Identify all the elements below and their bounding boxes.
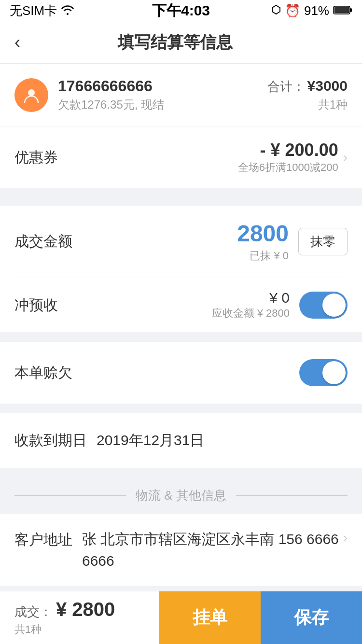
- amount-right: 2800 已抹 ¥ 0 抹零: [237, 220, 348, 263]
- sim-status: 无SIM卡: [10, 2, 57, 19]
- prepay-toggle[interactable]: [299, 292, 348, 319]
- coupon-right-inner: - ¥ 200.00 全场6折满1000减200: [238, 140, 338, 175]
- prepay-right: ¥ 0 应收金额 ¥ 2800: [212, 290, 348, 321]
- section-gap-1: [0, 196, 362, 206]
- wifi-icon: [61, 3, 74, 18]
- svg-rect-1: [350, 8, 352, 12]
- content-area: 17666666666 欠款1276.35元, 现结 合计： ¥3000 共1种…: [0, 64, 362, 644]
- bottom-bar: 成交： ¥ 2800 共1种 挂单 保存: [0, 591, 362, 644]
- amount-right-group: 2800 已抹 ¥ 0: [237, 220, 289, 263]
- customer-left: 17666666666 欠款1276.35元, 现结: [14, 77, 164, 112]
- section-gap-2: [0, 332, 362, 342]
- section-gap-4: [0, 468, 362, 477]
- total-label: 合计：: [267, 79, 305, 94]
- amount-row: 成交金额 2800 已抹 ¥ 0 抹零: [14, 206, 348, 278]
- prepay-val-group: ¥ 0 应收金额 ¥ 2800: [212, 290, 290, 321]
- debt-label: 本单赊欠: [14, 363, 72, 383]
- back-button[interactable]: ‹: [14, 32, 20, 53]
- status-left: 无SIM卡: [10, 2, 74, 19]
- total-count: 共1种: [267, 97, 348, 112]
- deal-label: 成交：: [14, 603, 52, 620]
- duedate-section: 收款到期日 2019年12月31日: [0, 413, 362, 468]
- address-section: 客户地址 张 北京市市辖区海淀区永丰南 156 6666 6666 ›: [0, 514, 362, 586]
- prepay-label: 冲预收: [14, 295, 58, 315]
- deal-value: ¥ 2800: [56, 599, 115, 620]
- deal-line: 成交： ¥ 2800: [14, 599, 145, 620]
- amount-value: 2800: [237, 220, 289, 247]
- address-label: 客户地址: [14, 528, 72, 550]
- battery-icon: [333, 3, 352, 18]
- amount-sub: 已抹 ¥ 0: [237, 249, 289, 263]
- page-title: 填写结算等信息: [30, 31, 320, 54]
- save-button[interactable]: 保存: [261, 591, 362, 644]
- customer-right: 合计： ¥3000 共1种: [267, 78, 348, 112]
- alarm-icon: ⏰: [285, 3, 300, 18]
- customer-subtitle: 欠款1276.35元, 现结: [58, 97, 164, 112]
- logistics-line-right: [236, 495, 348, 496]
- round-button[interactable]: 抹零: [298, 228, 348, 255]
- amount-section: 成交金额 2800 已抹 ¥ 0 抹零 冲预收 ¥ 0 应收金额 ¥ 2800: [0, 206, 362, 332]
- bottom-count: 共1种: [14, 622, 145, 637]
- location-icon: [271, 3, 281, 18]
- coupon-label: 优惠券: [14, 148, 58, 168]
- customer-card: 17666666666 欠款1276.35元, 现结 合计： ¥3000 共1种…: [0, 64, 362, 188]
- customer-phone: 17666666666: [58, 77, 164, 95]
- total-value: ¥3000: [307, 78, 348, 94]
- total-line: 合计： ¥3000: [267, 78, 348, 95]
- coupon-right: - ¥ 200.00 全场6折满1000减200 ›: [238, 140, 348, 175]
- avatar: [14, 78, 48, 112]
- address-chevron-icon: ›: [343, 528, 348, 546]
- duedate-label: 收款到期日: [14, 431, 87, 450]
- logistics-text: 物流 & 其他信息: [126, 487, 236, 504]
- prepay-value: ¥ 0: [212, 290, 290, 306]
- coupon-sub: 全场6折满1000减200: [238, 160, 338, 175]
- address-value: 张 北京市市辖区海淀区永丰南 156 6666 6666: [82, 528, 343, 572]
- coupon-chevron-icon: ›: [343, 150, 348, 165]
- debt-toggle[interactable]: [299, 359, 348, 386]
- status-right: ⏰ 91%: [271, 3, 352, 18]
- battery-level: 91%: [304, 3, 329, 18]
- customer-row: 17666666666 欠款1276.35元, 现结 合计： ¥3000 共1种: [0, 64, 362, 126]
- address-row[interactable]: 客户地址 张 北京市市辖区海淀区永丰南 156 6666 6666 ›: [14, 514, 348, 586]
- prepay-sub: 应收金额 ¥ 2800: [212, 306, 290, 321]
- debt-section: 本单赊欠: [0, 342, 362, 404]
- hold-button[interactable]: 挂单: [159, 591, 261, 644]
- svg-point-3: [28, 89, 35, 96]
- logistics-line-left: [14, 495, 126, 496]
- section-gap-3: [0, 404, 362, 413]
- customer-info: 17666666666 欠款1276.35元, 现结: [58, 77, 164, 112]
- prepay-row: 冲预收 ¥ 0 应收金额 ¥ 2800: [14, 278, 348, 332]
- debt-row: 本单赊欠: [14, 342, 348, 404]
- duedate-value: 2019年12月31日: [97, 431, 204, 450]
- status-time: 下午4:03: [152, 1, 210, 21]
- logistics-divider: 物流 & 其他信息: [0, 477, 362, 514]
- nav-bar: ‹ 填写结算等信息: [0, 21, 362, 64]
- duedate-row: 收款到期日 2019年12月31日: [14, 413, 348, 468]
- coupon-discount: - ¥ 200.00: [238, 140, 338, 160]
- status-bar: 无SIM卡 下午4:03 ⏰ 91%: [0, 0, 362, 21]
- bottom-summary: 成交： ¥ 2800 共1种: [0, 599, 159, 637]
- svg-rect-2: [334, 7, 349, 13]
- amount-label: 成交金额: [14, 232, 72, 252]
- coupon-row[interactable]: 优惠券 - ¥ 200.00 全场6折满1000减200 ›: [0, 126, 362, 188]
